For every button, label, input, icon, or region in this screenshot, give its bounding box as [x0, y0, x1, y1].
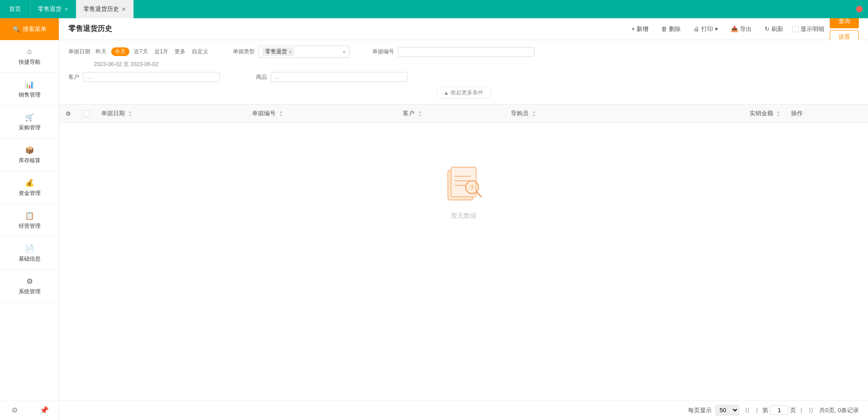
doc-type-arrow-icon: ▾ — [343, 49, 345, 55]
sort-icon-no: ▲▼ — [279, 110, 283, 118]
query-button[interactable]: 查询 — [830, 18, 859, 28]
collapse-button[interactable]: ▲ 收起更多条件 — [436, 87, 492, 99]
close-window-button[interactable] — [856, 6, 863, 12]
col-amount[interactable]: 实销金额 ▲▼ — [635, 105, 786, 123]
sidebar-item-finance[interactable]: 💰 资金管理 — [0, 171, 59, 204]
sidebar-settings-button[interactable]: ⚙ — [0, 400, 30, 420]
svg-rect-1 — [451, 167, 476, 197]
customer-filter: 客户 ... — [68, 72, 220, 82]
doc-no-input[interactable] — [398, 47, 534, 57]
home-tab[interactable]: 首页 — [0, 0, 31, 18]
date-btn-today[interactable]: 今天 — [111, 47, 129, 56]
customer-select[interactable]: ... — [83, 72, 220, 82]
customer-label: 客户 — [68, 73, 79, 81]
refresh-icon: ↻ — [765, 26, 770, 32]
per-page-select[interactable]: 50 100 200 — [715, 405, 739, 415]
sort-icon-customer: ▲▼ — [418, 110, 422, 118]
tab-retail-return[interactable]: 零售退货 ✕ — [31, 0, 76, 18]
doc-type-remove[interactable]: × — [288, 49, 292, 55]
date-range-display: 2023-06-02 至 2023-06-02 — [94, 61, 158, 67]
empty-state: ? 暂无数据 — [59, 123, 868, 256]
refresh-button[interactable]: ↻ 刷新 — [761, 23, 787, 35]
operations-icon: 📋 — [25, 210, 35, 220]
print-icon: 🖨 — [693, 26, 699, 32]
print-button[interactable]: 🖨 打印 ▾ — [690, 23, 722, 35]
window-controls — [856, 6, 868, 12]
doc-no-label: 单据编号 — [372, 48, 394, 56]
sidebar-item-inventory[interactable]: 📦 库存核算 — [0, 138, 59, 171]
sidebar-item-operations[interactable]: 📋 经营管理 — [0, 204, 59, 237]
sidebar-pin-button[interactable]: 📌 — [30, 400, 59, 420]
sidebar: 🔍 搜索菜单 ⌂ 快捷导航 📊 销售管理 🛒 采购管理 📦 库存核算 💰 资金管… — [0, 18, 59, 420]
total-info: 共0页, 0条记录 — [819, 406, 859, 415]
data-table: ⚙ 单据日期 ▲▼ 单据编号 ▲▼ 客户 — [59, 105, 868, 123]
col-doc-date[interactable]: 单据日期 ▲▼ — [96, 105, 247, 123]
col-doc-no[interactable]: 单据编号 ▲▼ — [247, 105, 397, 123]
date-btn-1month[interactable]: 近1月 — [153, 47, 170, 56]
show-detail-checkbox[interactable] — [792, 26, 799, 32]
top-nav: 首页 零售退货 ✕ 零售退货历史 ✕ — [0, 0, 868, 18]
pagination: 每页显示 50 100 200 ⟨⟨ ⟨ 第 页 ⟩ ⟩⟩ 共0页, 0条记录 — [59, 400, 868, 420]
date-btn-7days[interactable]: 近7天 — [132, 47, 150, 56]
page-header: 零售退货历史 + 新增 🗑 删除 🖨 打印 ▾ 📤 导出 — [59, 18, 868, 40]
doc-type-tag: 零售退货 × — [262, 47, 294, 56]
page-title: 零售退货历史 — [68, 24, 112, 34]
page-input[interactable] — [770, 405, 788, 415]
doc-no-filter: 单据编号 — [372, 47, 534, 57]
page-prefix: 第 — [762, 406, 768, 415]
sidebar-item-system-mgmt[interactable]: ⚙ 系统管理 — [0, 270, 59, 302]
col-guide[interactable]: 导购员 ▲▼ — [505, 105, 635, 123]
goods-filter: 商品 ... — [256, 72, 407, 82]
export-button[interactable]: 📤 导出 — [727, 23, 755, 35]
close-tab-1-icon[interactable]: ✕ — [122, 6, 126, 12]
date-filter-options: 昨天 今天 近7天 近1月 更多 自定义 — [94, 47, 210, 56]
sidebar-footer: ⚙ 📌 — [0, 400, 59, 420]
date-btn-custom[interactable]: 自定义 — [190, 47, 210, 56]
sidebar-item-sales-mgmt[interactable]: 📊 销售管理 — [0, 73, 59, 106]
content-area: 零售退货历史 + 新增 🗑 删除 🖨 打印 ▾ 📤 导出 — [59, 18, 868, 420]
date-filter: 单据日期 昨天 今天 近7天 近1月 更多 自定义 — [68, 47, 210, 56]
sidebar-item-purchase-mgmt[interactable]: 🛒 采购管理 — [0, 106, 59, 138]
svg-text:?: ? — [471, 185, 473, 190]
sidebar-search[interactable]: 🔍 搜索菜单 — [0, 18, 59, 40]
tab-retail-return-history[interactable]: 零售退货历史 ✕ — [76, 0, 134, 18]
collapse-icon: ▲ — [444, 90, 449, 96]
per-page-label: 每页显示 — [688, 406, 712, 415]
sidebar-item-quick-nav[interactable]: ⌂ 快捷导航 — [0, 40, 59, 73]
search-icon: 🔍 — [13, 26, 20, 33]
doc-type-select[interactable]: 零售退货 × ▾ — [258, 46, 349, 58]
new-button[interactable]: + 新增 — [628, 23, 652, 35]
col-customer[interactable]: 客户 ▲▼ — [397, 105, 505, 123]
first-page-button[interactable]: ⟨⟨ — [743, 406, 752, 415]
export-icon: 📤 — [731, 26, 738, 32]
goods-label: 商品 — [256, 73, 267, 81]
col-setting[interactable]: ⚙ — [59, 105, 77, 123]
filter-row-2: 客户 ... 商品 ... — [68, 72, 859, 82]
sidebar-item-basic-info[interactable]: 📄 基础信息 — [0, 237, 59, 270]
page-nav: ⟨⟨ ⟨ 第 页 ⟩ ⟩⟩ — [743, 405, 816, 415]
delete-button[interactable]: 🗑 删除 — [657, 23, 684, 35]
basic-info-icon: 📄 — [25, 243, 35, 253]
date-btn-more[interactable]: 更多 — [173, 47, 187, 56]
sales-icon: 📊 — [25, 79, 35, 89]
col-check[interactable] — [77, 105, 96, 123]
finance-icon: 💰 — [25, 178, 35, 188]
filter-row-1: 单据日期 昨天 今天 近7天 近1月 更多 自定义 单据类型 — [68, 46, 859, 58]
next-page-button[interactable]: ⟩ — [798, 406, 805, 415]
purchase-icon: 🛒 — [25, 112, 35, 122]
doc-type-filter: 单据类型 零售退货 × ▾ — [233, 46, 349, 58]
date-btn-yesterday[interactable]: 昨天 — [94, 47, 108, 56]
prev-page-button[interactable]: ⟨ — [754, 406, 760, 415]
sort-icon-date: ▲▼ — [128, 110, 132, 118]
svg-line-6 — [477, 192, 481, 197]
print-arrow-icon: ▾ — [715, 26, 718, 32]
last-page-button[interactable]: ⟩⟩ — [806, 406, 816, 415]
delete-icon: 🗑 — [661, 26, 667, 32]
sort-icon-guide: ▲▼ — [532, 110, 536, 118]
page-suffix: 页 — [790, 406, 796, 415]
show-detail-toggle[interactable]: 显示明细 — [792, 25, 824, 33]
close-tab-0-icon[interactable]: ✕ — [64, 6, 68, 12]
goods-select[interactable]: ... — [271, 72, 407, 82]
quick-nav-icon: ⌂ — [25, 46, 35, 56]
date-label: 单据日期 — [68, 48, 90, 56]
